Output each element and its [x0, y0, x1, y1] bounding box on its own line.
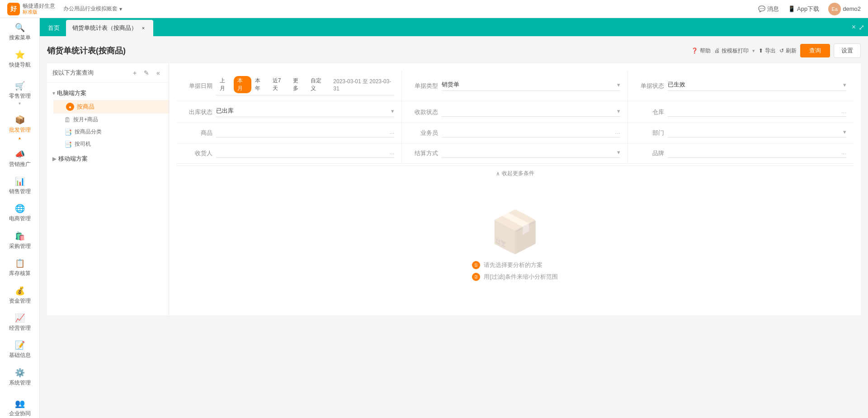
tab-report-label: 销货单统计表（按商品）	[72, 24, 137, 32]
export-btn[interactable]: ⬆ 导出	[759, 47, 776, 55]
hint-2-num: ②	[472, 273, 480, 281]
filter-section: 单据日期 上月 本月 本年 近7天 更多 自定义	[176, 71, 854, 181]
wholesale-icon: 📦	[15, 115, 25, 125]
filter-brand-value[interactable]: ...	[668, 149, 846, 158]
tree-group-pc-label: 电脑端方案	[57, 89, 86, 97]
refresh-btn[interactable]: ↺ 刷新	[779, 47, 797, 55]
filter-settle-value[interactable]: ▾	[442, 149, 620, 158]
filter-row-2: 出库状态 已出库 ▾ 收款状态	[176, 101, 854, 123]
filter-brand-cell: 品牌 ...	[628, 143, 854, 163]
sidebar-item-system[interactable]: ⚙️ 系统管理	[0, 363, 39, 390]
marketing-icon: 📣	[15, 149, 25, 159]
empty-icon: 📦	[490, 208, 540, 256]
sidebar-item-enterprise[interactable]: 👥 企业协同	[0, 394, 39, 418]
sidebar-item-marketing[interactable]: 📣 营销推广	[0, 145, 39, 172]
sidebar-item-purchase[interactable]: 🛍️ 采购管理	[0, 227, 39, 254]
top-bar-left: 好 畅捷通好生意 标准版 办公用品行业模拟账套 ▾	[7, 3, 122, 15]
message-btn[interactable]: 💬 消息	[758, 5, 779, 13]
scheme-panel-title: 按以下方案查询	[52, 69, 94, 77]
help-btn[interactable]: ❓ 帮助	[691, 47, 711, 55]
filter-doc-type-cell: 单据类型 销货单 ▾	[402, 71, 627, 101]
filter-salesperson-value[interactable]: ...	[442, 128, 620, 138]
filter-row-4: 收货人 ... 结算方式 ▾	[176, 143, 854, 164]
filter-warehouse-label: 仓库	[635, 108, 668, 116]
sidebar-item-retail[interactable]: 🛒 零售管理 ▾	[0, 76, 39, 110]
filter-out-status-value[interactable]: 已出库 ▾	[216, 107, 394, 117]
system-icon: ⚙️	[15, 368, 25, 378]
sidebar-item-inventory[interactable]: 📋 库存核算	[0, 254, 39, 281]
scheme-add-btn[interactable]: +	[130, 68, 140, 78]
sidebar-item-operation[interactable]: 📈 经营管理	[0, 309, 39, 336]
app-download-btn[interactable]: 📱 App下载	[788, 5, 819, 13]
sidebar-item-search[interactable]: 🔍 搜索菜单	[0, 18, 39, 45]
filter-doc-type-label: 单据类型	[409, 82, 442, 90]
date-btn-custom[interactable]: 自定义	[307, 76, 330, 93]
query-btn[interactable]: 查询	[800, 44, 830, 57]
filter-doc-status-label: 单据状态	[635, 82, 668, 90]
collapse-conditions-btn[interactable]: ∧ 收起更多条件	[176, 166, 854, 181]
date-btn-prev-month[interactable]: 上月	[216, 76, 234, 93]
tree-group-pc-header[interactable]: ▾ 电脑端方案	[47, 86, 169, 100]
tab-home-label: 首页	[48, 24, 60, 32]
filter-dept-value[interactable]: ▾	[668, 128, 846, 138]
sidebar-item-finance[interactable]: 💰 资金管理	[0, 281, 39, 309]
print-chevron-icon: ▾	[752, 48, 755, 54]
tab-bar-actions: × ⤢	[852, 18, 868, 36]
tree-item-by-cashier[interactable]: 📑 按司机	[53, 138, 169, 150]
dept-arrow-icon: ▾	[843, 128, 846, 135]
scheme-edit-btn[interactable]: ✎	[142, 68, 151, 78]
export-icon: ⬆	[759, 48, 763, 54]
avatar: Ea	[828, 3, 841, 15]
print-icon: 🖨	[714, 48, 720, 54]
filter-settle-label: 结算方式	[409, 149, 442, 157]
sidebar-item-ecommerce[interactable]: 🌐 电商管理	[0, 199, 39, 226]
settle-arrow-icon: ▾	[617, 149, 620, 156]
collapse-chevron-icon: ∧	[496, 171, 500, 177]
content-area: 首页 销货单统计表（按商品） × × ⤢ 销货单统计表(按商品)	[40, 18, 868, 418]
tree-group-mobile-header[interactable]: ▶ 移动端方案	[47, 152, 169, 166]
filter-doc-status-value[interactable]: 已生效 ▾	[668, 81, 846, 91]
print-btn[interactable]: 🖨 按模板打印 ▾	[714, 47, 755, 55]
tree-item-by-product[interactable]: ● 按商品	[53, 100, 169, 114]
scheme-collapse-btn[interactable]: «	[153, 68, 163, 78]
tab-expand-btn[interactable]: ⤢	[859, 23, 864, 32]
filter-payment-value[interactable]: ▾	[442, 108, 620, 117]
tree-item-by-category[interactable]: 📑 按商品分类	[53, 126, 169, 138]
date-btn-7days[interactable]: 近7天	[269, 76, 289, 93]
help-icon: ❓	[691, 48, 698, 54]
refresh-icon: ↺	[779, 48, 784, 54]
filter-doc-type-value[interactable]: 销货单 ▾	[442, 81, 620, 91]
tree-item-by-month-product[interactable]: 🗓 按月+商品	[53, 114, 169, 126]
main-split-panel: 按以下方案查询 + ✎ « ▾	[47, 63, 861, 315]
tab-report[interactable]: 销货单统计表（按商品） ×	[66, 20, 153, 36]
retail-icon: 🛒	[15, 81, 25, 91]
sidebar-item-sales[interactable]: 📊 销售管理	[0, 172, 39, 199]
filter-product-value[interactable]: ...	[216, 128, 394, 138]
scheme-panel-actions: + ✎ «	[130, 68, 163, 78]
filter-out-status-label: 出库状态	[184, 108, 216, 116]
quick-nav-icon: ⭐	[15, 50, 25, 60]
filter-date-value: 上月 本月 本年 近7天 更多 自定义 2023-03-01 至 2023-03…	[216, 76, 394, 95]
user-menu[interactable]: Ea demo2	[828, 3, 861, 15]
sidebar-item-basic[interactable]: 📝 基础信息	[0, 336, 39, 363]
sidebar-item-quick[interactable]: ⭐ 快捷导航	[0, 45, 39, 72]
breadcrumb[interactable]: 办公用品行业模拟账套 ▾	[63, 5, 122, 13]
date-btn-this-month[interactable]: 本月	[234, 76, 251, 93]
logo-text: 畅捷通好生意 标准版	[23, 3, 55, 15]
logo-icon: 好	[7, 3, 20, 15]
settings-btn[interactable]: 设置	[834, 43, 861, 58]
filter-date-cell: 单据日期 上月 本月 本年 近7天 更多 自定义	[176, 71, 402, 101]
empty-hint-2: ② 用[过滤]条件来缩小分析范围	[472, 273, 557, 281]
filter-recipient-value[interactable]: ...	[216, 149, 394, 158]
filter-out-status-cell: 出库状态 已出库 ▾	[176, 101, 402, 123]
tab-minimize-btn[interactable]: ×	[852, 23, 856, 31]
month-product-icon: 🗓	[64, 116, 71, 124]
date-filter-buttons: 上月 本月 本年 近7天 更多 自定义 2023-03-01 至 2023-03…	[216, 76, 394, 93]
tab-close-btn[interactable]: ×	[140, 24, 147, 32]
filter-product-label: 商品	[184, 129, 216, 137]
sidebar-item-wholesale[interactable]: 📦 批发管理 ▴	[0, 110, 39, 144]
filter-warehouse-value[interactable]: ...	[668, 108, 846, 117]
date-btn-more[interactable]: 更多	[289, 76, 307, 93]
date-btn-this-year[interactable]: 本年	[251, 76, 269, 93]
tab-home[interactable]: 首页	[42, 20, 66, 36]
